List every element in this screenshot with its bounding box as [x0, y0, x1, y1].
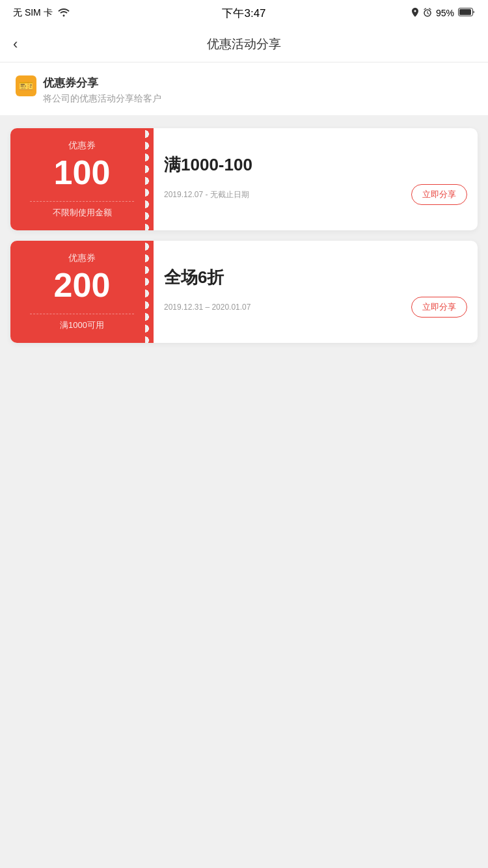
bottom-space: [0, 356, 488, 746]
coupon-amount-2: 200: [54, 268, 111, 302]
location-icon: [411, 8, 419, 19]
coupon-divider-2: [30, 314, 134, 314]
section-header: 🎫 优惠券分享 将公司的优惠活动分享给客户: [0, 62, 488, 115]
coupon-meta-1: 2019.12.07 - 无截止日期 立即分享: [164, 184, 467, 205]
nav-bar: ‹ 优惠活动分享: [0, 26, 488, 62]
coupon-left-2: 优惠券 200 满1000可用: [10, 241, 154, 343]
coupon-date-2: 2019.12.31 – 2020.01.07: [164, 303, 406, 312]
wifi-icon: [58, 8, 70, 19]
coupon-left-1: 优惠券 100 不限制使用金额: [10, 128, 154, 230]
coupon-right-1: 满1000-100 2019.12.07 - 无截止日期 立即分享: [154, 128, 478, 230]
coupon-right-2: 全场6折 2019.12.31 – 2020.01.07 立即分享: [154, 241, 478, 343]
coupon-title-1: 满1000-100: [164, 154, 467, 176]
carrier-text: 无 SIM 卡: [13, 7, 53, 19]
status-left: 无 SIM 卡: [13, 7, 70, 19]
coupon-title-2: 全场6折: [164, 266, 467, 289]
coupon-condition-1: 不限制使用金额: [53, 207, 112, 219]
back-button[interactable]: ‹: [13, 36, 18, 53]
section-title: 优惠券分享: [43, 75, 161, 90]
battery-icon: [458, 8, 475, 18]
coupon-amount-1: 100: [54, 156, 111, 189]
coupon-icon: 🎫: [19, 79, 33, 93]
svg-rect-2: [459, 9, 471, 15]
share-button-1[interactable]: 立即分享: [411, 184, 467, 205]
status-time: 下午3:47: [222, 6, 265, 21]
coupon-label-2: 优惠券: [68, 252, 96, 264]
alarm-icon: [423, 8, 432, 19]
nav-title: 优惠活动分享: [207, 36, 281, 53]
status-right: 95%: [411, 8, 475, 19]
coupon-divider-1: [30, 201, 134, 202]
status-bar: 无 SIM 卡 下午3:47 95%: [0, 0, 488, 26]
section-text: 优惠券分享 将公司的优惠活动分享给客户: [43, 75, 161, 105]
coupon-date-1: 2019.12.07 - 无截止日期: [164, 189, 406, 200]
coupon-card-2: 优惠券 200 满1000可用 全场6折 2019.12.31 – 2020.0…: [10, 241, 478, 343]
coupon-condition-2: 满1000可用: [60, 319, 104, 331]
coupon-label-1: 优惠券: [68, 140, 96, 152]
section-icon: 🎫: [16, 75, 36, 96]
coupon-meta-2: 2019.12.31 – 2020.01.07 立即分享: [164, 297, 467, 318]
coupon-card-1: 优惠券 100 不限制使用金额 满1000-100 2019.12.07 - 无…: [10, 128, 478, 230]
share-button-2[interactable]: 立即分享: [411, 297, 467, 318]
section-subtitle: 将公司的优惠活动分享给客户: [43, 93, 161, 105]
coupon-list: 优惠券 100 不限制使用金额 满1000-100 2019.12.07 - 无…: [0, 115, 488, 356]
battery-text: 95%: [436, 8, 454, 18]
